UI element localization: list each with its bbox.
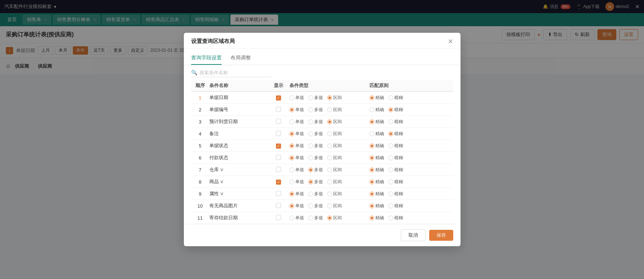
dialog-header: 设置查询区域布局 ✕ xyxy=(184,33,461,49)
dialog-close-btn[interactable]: ✕ xyxy=(448,38,453,45)
tab-layout-adjust[interactable]: 布局调整 xyxy=(230,52,251,65)
tab-query-fields[interactable]: 查询字段设置 xyxy=(191,52,222,65)
dialog-tabs: 查询字段设置 布局调整 xyxy=(184,49,461,65)
dialog-search-area: 🔍 xyxy=(184,65,461,75)
search-input[interactable] xyxy=(199,70,265,75)
dialog-title: 设置查询区域布局 xyxy=(191,38,235,45)
search-wrap: 🔍 xyxy=(191,70,271,75)
settings-dialog: 设置查询区域布局 ✕ 查询字段设置 布局调整 🔍 顺序 条件名称 xyxy=(184,33,461,75)
dialog-overlay: 设置查询区域布局 ✕ 查询字段设置 布局调整 🔍 顺序 条件名称 xyxy=(0,0,644,75)
search-icon: 🔍 xyxy=(191,70,197,75)
